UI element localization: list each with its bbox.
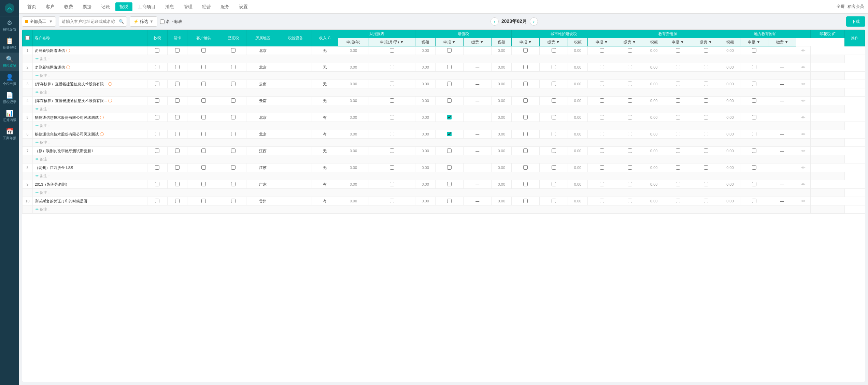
qingka-checkbox[interactable] [175, 165, 180, 170]
stamp-declare-checkbox[interactable] [752, 98, 756, 103]
confirm-checkbox[interactable] [201, 199, 206, 203]
vat-declare-checkbox[interactable] [447, 132, 452, 136]
city-declare-checkbox[interactable] [523, 132, 528, 136]
vat-declare-checkbox[interactable] [447, 48, 452, 53]
edit-button[interactable]: ✏ [801, 81, 806, 87]
local-pay-checkbox[interactable] [704, 48, 708, 53]
next-date-btn[interactable]: › [530, 17, 538, 26]
fin-month-checkbox[interactable] [390, 115, 394, 119]
paid-checkbox[interactable] [231, 65, 236, 69]
caopiao-checkbox[interactable] [155, 199, 159, 203]
confirm-checkbox[interactable] [201, 148, 206, 153]
caopiao-checkbox[interactable] [155, 65, 159, 69]
confirm-checkbox[interactable] [201, 98, 206, 103]
edu-declare-checkbox[interactable] [600, 148, 604, 153]
edu-pay-checkbox[interactable] [628, 98, 632, 103]
vat-declare-checkbox[interactable] [447, 65, 452, 69]
local-pay-checkbox[interactable] [704, 182, 708, 186]
sidebar-item-batch-tax[interactable]: 📋 批量报税 [0, 34, 19, 53]
download-button[interactable]: 下载 [846, 16, 865, 27]
sidebar-item-personal-tax[interactable]: 👤 个税申报 [0, 71, 19, 89]
fin-month-checkbox[interactable] [390, 98, 394, 103]
nav-tax[interactable]: 报税 [115, 2, 132, 11]
sidebar-item-summary[interactable]: 📊 汇算清缴 [0, 107, 19, 125]
qingka-checkbox[interactable] [175, 148, 180, 153]
caopiao-checkbox[interactable] [155, 115, 159, 119]
city-pay-checkbox[interactable] [552, 182, 556, 186]
sidebar-item-tax-record[interactable]: 📄 报税记录 [0, 89, 19, 107]
stamp-declare-checkbox[interactable] [752, 148, 756, 153]
edit-button[interactable]: ✏ [801, 115, 806, 120]
edit-button[interactable]: ✏ [801, 182, 806, 187]
note-edit-icon[interactable]: ✏ [35, 107, 39, 111]
paid-checkbox[interactable] [231, 48, 236, 53]
edu-pay-checkbox[interactable] [628, 82, 632, 86]
name-label-filter[interactable]: 名下标表 [160, 19, 182, 25]
city-pay-checkbox[interactable] [552, 48, 556, 53]
qingka-checkbox[interactable] [175, 115, 180, 119]
paid-checkbox[interactable] [231, 98, 236, 103]
vat-declare-checkbox[interactable] [447, 199, 452, 203]
city-declare-checkbox[interactable] [523, 182, 528, 186]
city-pay-checkbox[interactable] [552, 98, 556, 103]
sidebar-item-tax-setup[interactable]: ⚙ 报税设置 [0, 16, 19, 34]
confirm-checkbox[interactable] [201, 165, 206, 170]
caopiao-checkbox[interactable] [155, 98, 159, 103]
stamp-declare-checkbox[interactable] [752, 65, 756, 69]
local-declare-checkbox[interactable] [676, 98, 680, 103]
edit-button[interactable]: ✏ [801, 131, 806, 137]
edit-button[interactable]: ✏ [801, 148, 806, 154]
search-input[interactable] [62, 19, 117, 24]
city-declare-checkbox[interactable] [523, 199, 528, 203]
nav-collect[interactable]: 收费 [60, 2, 77, 11]
nav-manage[interactable]: 管理 [180, 2, 197, 11]
paid-checkbox[interactable] [231, 199, 236, 203]
vat-declare-checkbox[interactable] [447, 98, 452, 103]
city-declare-checkbox[interactable] [523, 65, 528, 69]
local-declare-checkbox[interactable] [676, 148, 680, 153]
local-pay-checkbox[interactable] [704, 148, 708, 153]
edit-button[interactable]: ✏ [801, 65, 806, 70]
nav-industry[interactable]: 工商项目 [134, 2, 160, 11]
qingka-checkbox[interactable] [175, 199, 180, 203]
paid-checkbox[interactable] [231, 165, 236, 170]
edu-declare-checkbox[interactable] [600, 199, 604, 203]
paid-checkbox[interactable] [231, 115, 236, 119]
vat-declare-checkbox[interactable] [447, 115, 452, 119]
edu-declare-checkbox[interactable] [600, 98, 604, 103]
stamp-declare-checkbox[interactable] [752, 82, 756, 86]
qingka-checkbox[interactable] [175, 65, 180, 69]
edu-pay-checkbox[interactable] [628, 182, 632, 186]
city-declare-checkbox[interactable] [523, 82, 528, 86]
qingka-checkbox[interactable] [175, 98, 180, 103]
fin-month-checkbox[interactable] [390, 132, 394, 136]
local-declare-checkbox[interactable] [676, 182, 680, 186]
fin-month-checkbox[interactable] [390, 199, 394, 203]
note-edit-icon[interactable]: ✏ [35, 90, 39, 94]
caopiao-checkbox[interactable] [155, 82, 159, 86]
fullscreen-btn[interactable]: 全屏 [837, 4, 845, 10]
city-declare-checkbox[interactable] [523, 48, 528, 53]
stamp-declare-checkbox[interactable] [752, 132, 756, 136]
fin-month-checkbox[interactable] [390, 182, 394, 186]
edu-declare-checkbox[interactable] [600, 82, 604, 86]
city-pay-checkbox[interactable] [552, 199, 556, 203]
note-edit-icon[interactable]: ✏ [35, 57, 39, 61]
vat-declare-checkbox[interactable] [447, 165, 452, 170]
fin-month-checkbox[interactable] [390, 48, 394, 53]
edu-declare-checkbox[interactable] [600, 48, 604, 53]
name-checkbox[interactable] [160, 19, 165, 24]
nav-operation[interactable]: 经营 [198, 2, 215, 11]
note-edit-icon[interactable]: ✏ [35, 73, 39, 77]
local-declare-checkbox[interactable] [676, 82, 680, 86]
note-edit-icon[interactable]: ✏ [35, 157, 39, 161]
local-pay-checkbox[interactable] [704, 115, 708, 119]
nav-record[interactable]: 记账 [97, 2, 114, 11]
nav-message[interactable]: 消息 [161, 2, 178, 11]
member-btn[interactable]: 稻客会员 [848, 4, 864, 10]
select-all-checkbox[interactable] [25, 35, 30, 40]
fin-month-checkbox[interactable] [390, 165, 394, 170]
city-pay-checkbox[interactable] [552, 132, 556, 136]
caopiao-checkbox[interactable] [155, 182, 159, 186]
caopiao-checkbox[interactable] [155, 132, 159, 136]
